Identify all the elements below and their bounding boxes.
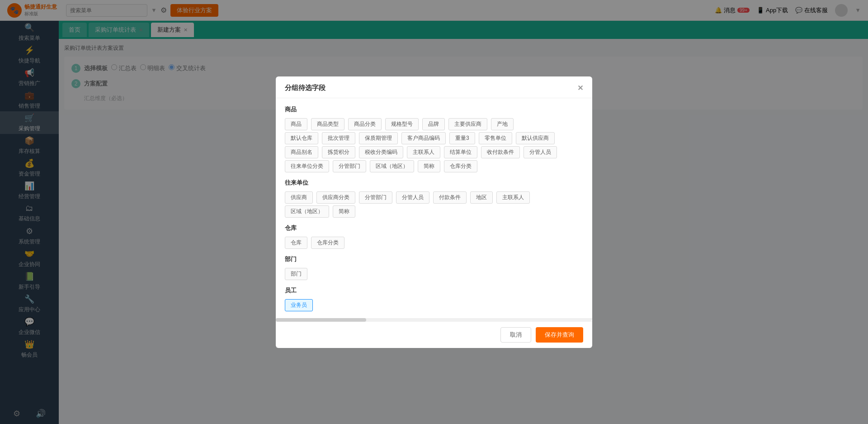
section-employee-title: 员工 (285, 286, 583, 295)
modal-header: 分组待选字段 ✕ (276, 76, 592, 98)
section-employee-tags: 业务员 (285, 299, 583, 311)
modal-scroll-track (276, 318, 592, 321)
tag-expiry-mgmt[interactable]: 保质期管理 (359, 132, 398, 144)
tag-origin[interactable]: 产地 (491, 118, 514, 130)
section-dept-title: 部门 (285, 255, 583, 263)
tag-dept-mgmt[interactable]: 分管部门 (333, 160, 366, 172)
section-warehouse-tags: 仓库 仓库分类 (285, 237, 583, 249)
cancel-button[interactable]: 取消 (500, 327, 531, 343)
tag-partner-category[interactable]: 往来单位分类 (285, 160, 329, 172)
tag-default-warehouse[interactable]: 默认仓库 (285, 132, 318, 144)
modal-close-icon[interactable]: ✕ (577, 84, 583, 92)
tag-weight3[interactable]: 重量3 (449, 132, 475, 144)
tag-supplier[interactable]: 供应商 (285, 191, 313, 204)
tag-manager[interactable]: 分管人员 (524, 146, 557, 158)
tag-dept[interactable]: 部门 (285, 268, 307, 280)
tag-warehouse-category[interactable]: 仓库分类 (311, 237, 344, 249)
tag-batch-mgmt[interactable]: 批次管理 (322, 132, 355, 144)
section-dept-tags: 部门 (285, 268, 583, 280)
section-goods-title: 商品 (285, 105, 583, 114)
tag-manager-partner[interactable]: 分管人员 (396, 191, 429, 204)
tag-main-contact[interactable]: 主联系人 (407, 146, 440, 158)
tag-goods[interactable]: 商品 (285, 118, 307, 130)
section-goods-tags2: 默认仓库 批次管理 保质期管理 客户商品编码 重量3 零售单位 默认供应商 (285, 132, 583, 144)
tag-payment-terms[interactable]: 收付款条件 (481, 146, 520, 158)
tag-settle-unit[interactable]: 结算单位 (444, 146, 477, 158)
tag-brand[interactable]: 品牌 (422, 118, 445, 130)
section-warehouse-title: 仓库 (285, 224, 583, 232)
section-partner-tags2: 区域（地区） 简称 (285, 205, 583, 218)
modal-body[interactable]: 商品 商品 商品类型 商品分类 规格型号 品牌 主要供应商 产地 默认仓库 批次… (276, 98, 592, 319)
tag-customer-code[interactable]: 客户商品编码 (401, 132, 446, 144)
modal-footer: 取消 保存并查询 (276, 321, 592, 348)
tag-region-partner[interactable]: 地区 (470, 191, 493, 204)
modal-overlay: 分组待选字段 ✕ 商品 商品 商品类型 商品分类 规格型号 品牌 主要供应商 产… (0, 0, 868, 424)
tag-region-goods[interactable]: 区域（地区） (370, 160, 414, 172)
section-partner-tags: 供应商 供应商分类 分管部门 分管人员 付款条件 地区 主联系人 (285, 191, 583, 204)
modal-scroll-thumb (276, 318, 366, 322)
modal-title: 分组待选字段 (285, 84, 326, 92)
tag-goods-category[interactable]: 商品分类 (348, 118, 382, 130)
tag-retail-unit[interactable]: 零售单位 (479, 132, 512, 144)
tag-zone-partner[interactable]: 区域（地区） (285, 205, 329, 218)
tag-tax-code[interactable]: 税收分类编码 (359, 146, 403, 158)
tag-abbr-partner[interactable]: 简称 (333, 205, 355, 218)
tag-salesperson[interactable]: 业务员 (285, 299, 313, 311)
confirm-button[interactable]: 保存并查询 (536, 327, 583, 343)
tag-supplier-cat[interactable]: 供应商分类 (316, 191, 355, 204)
tag-warehouse[interactable]: 仓库 (285, 237, 307, 249)
tag-goods-type[interactable]: 商品类型 (311, 118, 344, 130)
tag-abbr-goods[interactable]: 简称 (418, 160, 440, 172)
section-goods-tags4: 往来单位分类 分管部门 区域（地区） 简称 仓库分类 (285, 160, 583, 172)
section-goods-tags: 商品 商品类型 商品分类 规格型号 品牌 主要供应商 产地 (285, 118, 583, 130)
section-partner-title: 往来单位 (285, 179, 583, 187)
tag-pick-points[interactable]: 拣货积分 (322, 146, 355, 158)
tag-warehouse-cat[interactable]: 仓库分类 (444, 160, 477, 172)
tag-spec-model[interactable]: 规格型号 (385, 118, 419, 130)
modal-dialog: 分组待选字段 ✕ 商品 商品 商品类型 商品分类 规格型号 品牌 主要供应商 产… (276, 76, 592, 348)
tag-default-supplier[interactable]: 默认供应商 (516, 132, 555, 144)
tag-main-contact-partner[interactable]: 主联系人 (496, 191, 530, 204)
section-goods-tags3: 商品别名 拣货积分 税收分类编码 主联系人 结算单位 收付款条件 分管人员 (285, 146, 583, 158)
tag-pay-terms[interactable]: 付款条件 (433, 191, 467, 204)
tag-goods-alias[interactable]: 商品别名 (285, 146, 318, 158)
tag-dept-partner[interactable]: 分管部门 (359, 191, 392, 204)
tag-main-supplier[interactable]: 主要供应商 (448, 118, 487, 130)
